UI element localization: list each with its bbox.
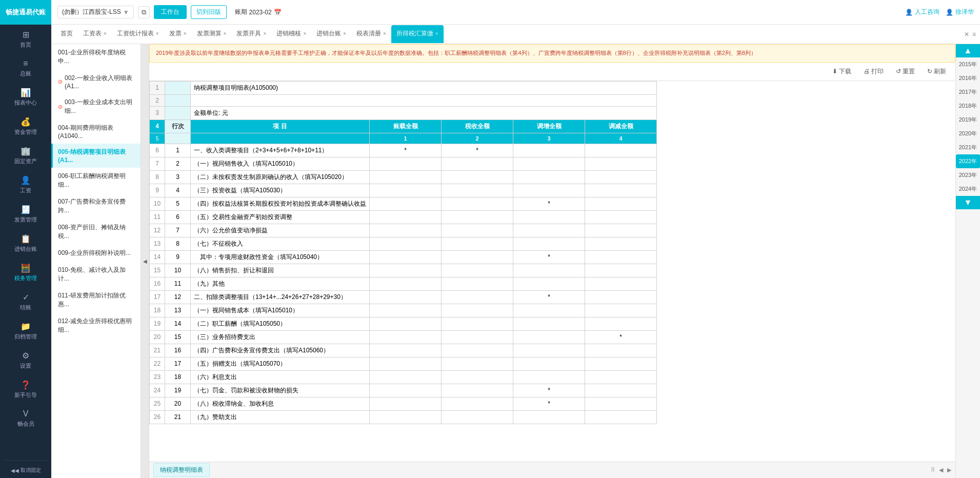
cell-c[interactable] [370, 157, 442, 170]
tab-salary-stat[interactable]: 工资统计报表 × [112, 25, 164, 43]
cell-c[interactable] [370, 304, 442, 317]
cell-content[interactable]: （九）其他 [191, 277, 370, 290]
cell-d[interactable] [442, 344, 513, 357]
year-item-2019[interactable]: 2019年 [956, 113, 980, 127]
cell-content[interactable]: （五）交易性金融资产初始投资调整 [191, 210, 370, 224]
cell-content[interactable]: 一、收入类调整项目（2+3+4+5+6+7+8+10+11） [191, 144, 370, 157]
cell-f[interactable] [585, 224, 657, 237]
cell-f[interactable] [585, 250, 657, 264]
sidebar-item-guide[interactable]: ❓ 新手引导 [0, 375, 51, 404]
sidebar-item-purchase-ledger[interactable]: 📋 进销台账 [0, 229, 51, 258]
year-item-2017[interactable]: 2017年 [956, 85, 980, 99]
left-nav-item-008[interactable]: 008-资产折旧、摊销及纳税... [51, 219, 141, 245]
cell-f[interactable] [585, 210, 657, 224]
cell-f[interactable] [585, 197, 657, 210]
cell-c[interactable] [370, 184, 442, 197]
sheet-container[interactable]: 1 纳税调整项目明细表(A105000) 2 3 金额单位: 元 [149, 81, 955, 462]
cell-f[interactable] [585, 184, 657, 197]
sidebar-item-home[interactable]: ⊞ 首页 [0, 25, 51, 54]
cell-f[interactable] [585, 237, 657, 250]
close-icon[interactable]: × [303, 31, 306, 36]
sidebar-item-asset-mgmt[interactable]: 💰 资金管理 [0, 112, 51, 141]
cell-c[interactable] [370, 290, 442, 304]
sidebar-item-settlement[interactable]: ✓ 结账 [0, 287, 51, 316]
year-item-2016[interactable]: 2016年 [956, 71, 980, 85]
cell-d[interactable] [442, 237, 513, 250]
cell-e[interactable] [513, 317, 585, 330]
tab-purchase-check[interactable]: 进销稽核 × [271, 25, 311, 43]
cell-f[interactable] [585, 410, 657, 424]
tab-tax-clear[interactable]: 税表清册 × [351, 25, 391, 43]
year-item-2020[interactable]: 2020年 [956, 127, 980, 141]
cell-c[interactable] [370, 370, 442, 384]
close-icon[interactable]: × [156, 31, 159, 36]
close-icon[interactable]: × [435, 31, 438, 36]
left-nav-item-005[interactable]: 005-纳税调整项目明细表(A1... [51, 144, 141, 168]
cell-f[interactable] [585, 144, 657, 157]
cell-d[interactable] [442, 210, 513, 224]
cell-f[interactable] [585, 357, 657, 370]
cell-content[interactable]: （九）赞助支出 [191, 410, 370, 424]
cell-c[interactable] [370, 357, 442, 370]
cell-e[interactable] [513, 237, 585, 250]
year-item-2021[interactable]: 2021年 [956, 141, 980, 154]
close-icon[interactable]: × [383, 31, 386, 36]
year-up-button[interactable]: ▲ [956, 44, 980, 57]
sidebar-item-member[interactable]: V 畅会员 [0, 404, 51, 433]
cell-c[interactable] [370, 384, 442, 397]
consult-button[interactable]: 👤 人工咨询 [905, 8, 939, 16]
cell-e[interactable] [513, 357, 585, 370]
close-icon[interactable]: × [343, 31, 346, 36]
cell-e[interactable] [513, 344, 585, 357]
cell-d[interactable] [442, 317, 513, 330]
cell-e[interactable]: * [513, 250, 585, 264]
reset-button[interactable]: ↺ 重置 [893, 66, 918, 77]
cell-c[interactable] [370, 277, 442, 290]
cell-d[interactable] [442, 184, 513, 197]
left-nav-item-010[interactable]: 010-免税、减计收入及加计... [51, 262, 141, 287]
cell-d[interactable] [442, 330, 513, 344]
cell-d[interactable] [442, 384, 513, 397]
cell-content[interactable]: （二）未按权责发生制原则确认的收入（填写A105020） [191, 170, 370, 184]
cell-e[interactable] [513, 370, 585, 384]
refresh-button[interactable]: ↻ 刷新 [924, 66, 949, 77]
cell-content[interactable]: 其中：专项用途财政性资金（填写A105040） [191, 250, 370, 264]
cell-f[interactable] [585, 304, 657, 317]
cell-d[interactable] [442, 410, 513, 424]
print-button[interactable]: 🖨 打印 [861, 66, 887, 77]
cell-c[interactable] [370, 170, 442, 184]
cell-d[interactable] [442, 224, 513, 237]
left-nav-item-004[interactable]: 004-期间费用明细表(A1040... [51, 120, 141, 144]
cell-content[interactable]: （五）捐赠支出（填写A105070） [191, 357, 370, 370]
cell-content[interactable]: 二、扣除类调整项目（13+14+...24+26+27+28+29+30） [191, 290, 370, 304]
close-icon[interactable]: × [184, 31, 187, 36]
left-nav-item-003[interactable]: ⊘ 003-一般企业成本支出明细... [51, 94, 141, 120]
cell-f[interactable] [585, 384, 657, 397]
cell-d[interactable] [442, 170, 513, 184]
tab-purchase-ledger2[interactable]: 进销台账 × [311, 25, 351, 43]
tab-invoice[interactable]: 发票 × [164, 25, 192, 43]
pin-button[interactable]: ◀◀ 取消固定 [0, 463, 51, 478]
left-nav-item-001[interactable]: 001-企业所得税年度纳税申... [51, 44, 141, 70]
tab-menu-icon[interactable]: ≡ [972, 31, 976, 38]
sidebar-item-ledger[interactable]: ≡ 总账 [0, 54, 51, 83]
cell-e[interactable]: * [513, 290, 585, 304]
close-icon[interactable]: × [263, 31, 266, 36]
left-nav-item-011[interactable]: 011-研发费用加计扣除优惠... [51, 287, 141, 313]
cell-content[interactable]: （四）按权益法核算长期股权投资对初始投资成本调整确认收益 [191, 197, 370, 210]
year-item-2015[interactable]: 2015年 [956, 57, 980, 71]
old-version-button[interactable]: 切到旧版 [191, 5, 227, 19]
cell-c[interactable] [370, 237, 442, 250]
cell-f[interactable] [585, 277, 657, 290]
left-nav-item-009[interactable]: 009-企业所得税附补说明... [51, 245, 141, 262]
sidebar-item-report[interactable]: 📊 报表中心 [0, 83, 51, 112]
cell-c[interactable] [370, 264, 442, 277]
sidebar-item-fixed-assets[interactable]: 🏢 固定资产 [0, 141, 51, 170]
cell-e[interactable] [513, 277, 585, 290]
cell-d[interactable] [442, 250, 513, 264]
copy-button[interactable]: ⧉ [138, 6, 150, 18]
tab-salary-table[interactable]: 工资表 × [78, 25, 112, 43]
sidebar-item-settings[interactable]: ⚙ 设置 [0, 346, 51, 375]
cell-content[interactable]: （七）不征税收入 [191, 237, 370, 250]
cell-content[interactable]: （二）职工薪酬（填写A105050） [191, 317, 370, 330]
